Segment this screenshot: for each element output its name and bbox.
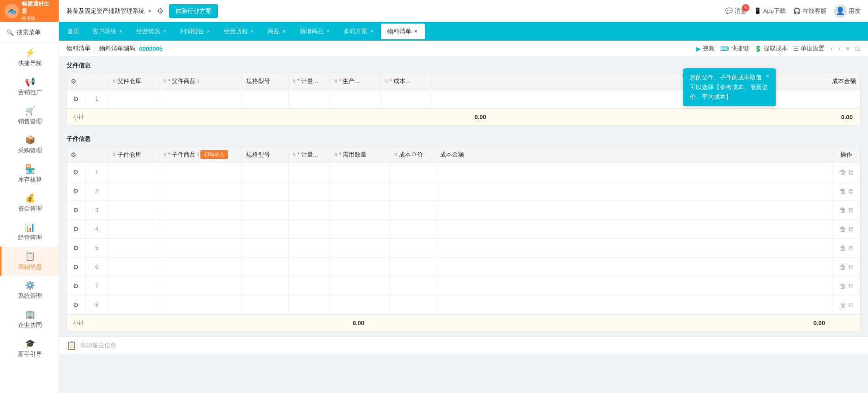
tab-barcode[interactable]: 条码方案 ×: [337, 24, 381, 39]
try-industry-button[interactable]: 体验行业方案: [169, 4, 218, 18]
child-td-unit-7[interactable]: [289, 277, 330, 295]
tab-close-goods[interactable]: ×: [282, 28, 287, 35]
online-service-button[interactable]: 🎧 在线客服: [793, 7, 826, 15]
tab-customers[interactable]: 客户联络 ×: [86, 24, 130, 39]
next-page-button[interactable]: ›: [838, 45, 840, 52]
sidebar-item-purchase[interactable]: 📦 采购管理: [0, 130, 59, 159]
parent-td-unit[interactable]: [289, 90, 330, 108]
child-td-warehouse-2[interactable]: [108, 182, 159, 200]
sidebar-item-operation[interactable]: 📊 经营管理: [0, 218, 59, 247]
child-td-unit-8[interactable]: [289, 296, 330, 314]
tooltip-close-button[interactable]: ×: [766, 73, 769, 79]
child-td-product-8[interactable]: [159, 296, 242, 314]
settings-action-button[interactable]: ☰ 单据设置: [793, 44, 825, 53]
child-td-warehouse-1[interactable]: [108, 163, 159, 181]
search-menu-button[interactable]: 🔍 搜索菜单: [4, 26, 55, 39]
delete-row-5-button[interactable]: 🗑: [839, 244, 846, 252]
child-td-product-5[interactable]: [159, 239, 242, 257]
child-td-unit-4[interactable]: [289, 220, 330, 238]
view-action-button[interactable]: ▶ 视频: [696, 44, 715, 53]
copy-row-7-button[interactable]: ⧉: [849, 282, 853, 290]
row-gear-icon[interactable]: ⚙: [73, 206, 79, 214]
child-td-product-2[interactable]: [159, 182, 242, 200]
tab-operations[interactable]: 经营情况 ×: [130, 24, 174, 39]
child-td-warehouse-8[interactable]: [108, 296, 159, 314]
copy-row-1-button[interactable]: ⧉: [849, 169, 853, 176]
copy-row-6-button[interactable]: ⧉: [849, 263, 853, 271]
tab-close-customers[interactable]: ×: [118, 28, 123, 35]
delete-row-6-button[interactable]: 🗑: [839, 263, 846, 271]
child-td-unit-3[interactable]: [289, 201, 330, 219]
sidebar-item-sales[interactable]: 🛒 销售管理: [0, 101, 59, 130]
tab-close-history[interactable]: ×: [250, 28, 255, 35]
child-td-unit-2[interactable]: [289, 182, 330, 200]
child-td-warehouse-7[interactable]: [108, 277, 159, 295]
scan-input-button[interactable]: 扫码录入: [200, 150, 228, 159]
child-td-qty-4[interactable]: [330, 220, 390, 238]
expand-button[interactable]: ⊡: [855, 45, 861, 52]
shortcut-action-button[interactable]: ⌨ 快捷键: [720, 44, 749, 53]
child-td-warehouse-5[interactable]: [108, 239, 159, 257]
tab-close-bom[interactable]: ×: [413, 28, 418, 35]
sidebar-item-finance[interactable]: 💰 资金管理: [0, 188, 59, 218]
child-td-warehouse-4[interactable]: [108, 220, 159, 238]
child-td-product-7[interactable]: [159, 277, 242, 295]
tab-close-profit[interactable]: ×: [206, 28, 211, 35]
info-icon[interactable]: ℹ: [197, 151, 199, 157]
parent-td-product[interactable]: [159, 90, 242, 108]
sidebar-item-system[interactable]: ⚙️ 系统管理: [0, 276, 59, 305]
user-menu-button[interactable]: 👤 用友: [834, 5, 861, 18]
copy-row-4-button[interactable]: ⧉: [849, 225, 853, 233]
row-gear-icon[interactable]: ⚙: [73, 263, 79, 271]
tab-close-new-goods[interactable]: ×: [326, 28, 331, 35]
topbar-settings-button[interactable]: ⚙: [155, 5, 165, 17]
tab-close-barcode[interactable]: ×: [369, 28, 374, 35]
child-td-warehouse-3[interactable]: [108, 201, 159, 219]
copy-row-3-button[interactable]: ⧉: [849, 206, 853, 214]
delete-row-1-button[interactable]: 🗑: [839, 169, 846, 176]
delete-row-4-button[interactable]: 🗑: [839, 225, 846, 233]
row-gear-icon[interactable]: ⚙: [73, 169, 79, 176]
tab-history[interactable]: 经营历程 ×: [217, 24, 261, 39]
copy-row-5-button[interactable]: ⧉: [849, 244, 853, 252]
delete-row-7-button[interactable]: 🗑: [839, 282, 846, 290]
prev-page-button[interactable]: ‹: [830, 45, 832, 52]
sidebar-item-basic[interactable]: 📋 基础信息: [0, 247, 59, 276]
app-download-button[interactable]: 📱 App下载: [754, 7, 786, 15]
row-gear-icon[interactable]: ⚙: [73, 187, 79, 195]
add-note-label[interactable]: 添加备注信息: [80, 341, 116, 350]
delete-row-8-button[interactable]: 🗑: [839, 301, 846, 308]
tab-profit[interactable]: 利润报告 ×: [174, 24, 217, 39]
child-td-product-4[interactable]: [159, 220, 242, 238]
tab-close-operations[interactable]: ×: [162, 28, 167, 35]
gear-icon[interactable]: ⚙: [71, 78, 77, 85]
list-view-button[interactable]: ≡: [846, 45, 850, 52]
message-button[interactable]: 💬 消息 6: [725, 7, 747, 15]
row-gear-icon[interactable]: ⚙: [73, 282, 79, 290]
row-gear-icon[interactable]: ⚙: [73, 95, 79, 103]
child-td-qty-6[interactable]: [330, 258, 390, 276]
row-gear-icon[interactable]: ⚙: [73, 244, 79, 252]
child-td-qty-3[interactable]: [330, 201, 390, 219]
sidebar-item-enterprise[interactable]: 🏢 企业协同: [0, 305, 59, 334]
tab-bom[interactable]: 物料清单 ×: [381, 24, 425, 39]
child-td-unit-6[interactable]: [289, 258, 330, 276]
child-td-qty-7[interactable]: [330, 277, 390, 295]
child-td-unit-5[interactable]: [289, 239, 330, 257]
sidebar-item-marketing[interactable]: 📢 营销推广: [0, 72, 59, 101]
info-icon[interactable]: ℹ: [197, 78, 199, 84]
child-td-product-3[interactable]: [159, 201, 242, 219]
child-td-qty-8[interactable]: [330, 296, 390, 314]
copy-row-8-button[interactable]: ⧉: [849, 301, 853, 309]
delete-row-2-button[interactable]: 🗑: [839, 187, 846, 195]
row-gear-icon[interactable]: ⚙: [73, 225, 79, 233]
child-td-qty-2[interactable]: [330, 182, 390, 200]
child-td-qty-1[interactable]: [330, 163, 390, 181]
tab-new-goods[interactable]: 新增商品 ×: [293, 24, 337, 39]
sidebar-item-quick-nav[interactable]: ⚡ 快捷导航: [0, 43, 59, 72]
tab-home[interactable]: 首页: [61, 24, 86, 39]
row-gear-icon[interactable]: ⚙: [73, 301, 79, 308]
parent-td-production[interactable]: [330, 90, 381, 108]
child-td-qty-5[interactable]: [330, 239, 390, 257]
child-td-warehouse-6[interactable]: [108, 258, 159, 276]
